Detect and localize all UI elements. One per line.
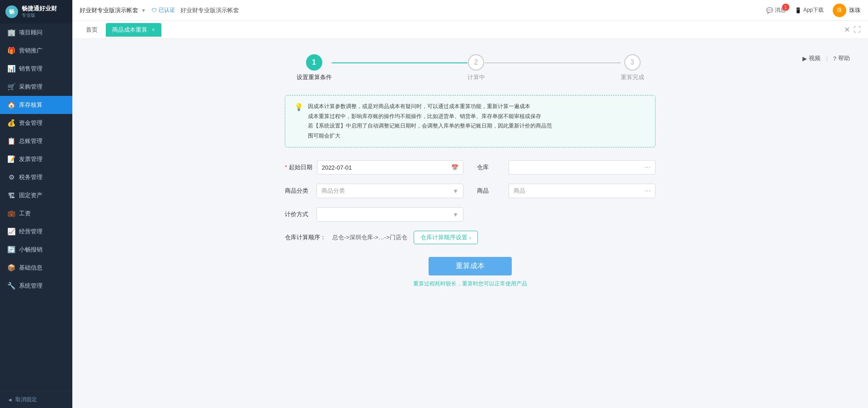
sidebar-item-basic[interactable]: 📦基础信息 (0, 259, 72, 277)
sidebar-item-operations[interactable]: 📈经营管理 (0, 223, 72, 241)
help-link[interactable]: ? 帮助 (833, 54, 850, 62)
sidebar-item-sales[interactable]: 📊销售管理 (0, 60, 72, 78)
inventory-icon: 🏠 (7, 101, 15, 109)
sidebar-item-purchase[interactable]: 🛒采购管理 (0, 78, 72, 96)
price-method-select[interactable]: ▼ (316, 207, 463, 222)
calc-order-label: 仓库计算顺序： (285, 233, 326, 242)
purchase-icon: 🛒 (7, 83, 15, 91)
salary-icon: 💼 (7, 209, 15, 218)
topbar-account[interactable]: 好业财专业版演示帐套 ▼ (80, 6, 146, 14)
video-link[interactable]: ▶ 视频 (802, 54, 821, 62)
system-icon: 🔧 (7, 282, 15, 290)
verified-label: 已认证 (159, 6, 175, 14)
project-icon: 🏢 (7, 28, 15, 37)
user-menu[interactable]: 珠 珠珠 (833, 4, 861, 17)
finance-icon: 💰 (7, 119, 15, 127)
category-placeholder: 商品分类 (321, 187, 345, 195)
goods-input[interactable]: 商品 ··· (509, 184, 656, 198)
sidebar-nav: 🏢项目顾问🎁营销推广📊销售管理🛒采购管理🏠库存核算💰资金管理📋总账管理📝发票管理… (0, 24, 72, 391)
tab-close-icon[interactable]: × (152, 27, 155, 33)
expand-icon[interactable]: ⛶ (854, 26, 861, 34)
step-3: 3 重算完成 (621, 54, 644, 81)
sidebar-item-system[interactable]: 🔧系统管理 (0, 277, 72, 295)
sidebar-item-invoice[interactable]: 📝发票管理 (0, 150, 72, 168)
form-row-3: 计价方式 ▼ (285, 207, 656, 222)
sidebar: 畅 畅捷通好业财 专业版 🏢项目顾问🎁营销推广📊销售管理🛒采购管理🏠库存核算💰资… (0, 0, 72, 408)
close-icon[interactable]: ✕ (844, 25, 850, 34)
sales-icon: 📊 (7, 65, 15, 73)
sidebar-footer[interactable]: ◄ 取消固定 (0, 391, 72, 408)
app-edition: 专业版 (22, 12, 57, 19)
sidebar-item-label: 小畅报销 (19, 246, 42, 254)
goods-label: 商品 (477, 187, 504, 195)
content: 1 设置重算条件 2 计算中 3 重算完成 ▶ 视频 | ? (72, 39, 868, 408)
sidebar-item-salary[interactable]: 💼工资 (0, 204, 72, 223)
field-category: 商品分类 商品分类 ▼ (285, 184, 463, 198)
sidebar-item-project[interactable]: 🏢项目顾问 (0, 24, 72, 42)
sidebar-item-marketing[interactable]: 🎁营销推广 (0, 42, 72, 60)
category-select[interactable]: 商品分类 ▼ (316, 184, 463, 198)
step-help: ▶ 视频 | ? 帮助 (802, 54, 850, 62)
sidebar-item-label: 库存核算 (19, 101, 42, 109)
step-line-2 (485, 62, 621, 63)
step-2-circle: 2 (468, 54, 484, 71)
sidebar-item-label: 发票管理 (19, 155, 42, 163)
account-name: 好业财专业版演示帐套 (80, 6, 138, 14)
goods-dots-icon: ··· (645, 187, 651, 195)
step-line-1 (332, 62, 467, 63)
sidebar-item-label: 总账管理 (19, 137, 42, 145)
message-button[interactable]: 💬 消息 1 (766, 6, 786, 14)
calc-order-settings-button[interactable]: 仓库计算顺序设置 › (414, 231, 478, 244)
app-name: 畅捷通好业财 (22, 5, 57, 12)
calendar-icon[interactable]: 📅 (451, 164, 458, 171)
sidebar-item-label: 项目顾问 (19, 28, 42, 37)
invoice-icon: 📝 (7, 155, 15, 163)
account-dropdown-arrow: ▼ (141, 8, 146, 13)
sidebar-item-label: 营销推广 (19, 47, 42, 55)
start-date-label: 起始日期 (285, 163, 312, 171)
username: 珠珠 (849, 6, 861, 14)
goods-placeholder: 商品 (514, 187, 525, 195)
field-goods: 商品 商品 ··· (477, 184, 656, 198)
category-arrow-icon: ▼ (453, 188, 458, 195)
tab-active-label: 商品成本重算 (112, 26, 147, 33)
recalc-wrap: 重算成本 重算过程耗时较长，重算时您可以正常使用产品 (285, 257, 656, 288)
recalc-note: 重算过程耗时较长，重算时您可以正常使用产品 (285, 280, 656, 288)
tax-icon: ⚙ (7, 173, 15, 181)
sidebar-item-expense[interactable]: 🔄小畅报销 (0, 241, 72, 259)
shield-icon: 🛡 (151, 7, 157, 14)
form-section: 起始日期 2022-07-01 📅 仓库 ··· 商品分类 (285, 160, 656, 288)
step-3-label: 重算完成 (621, 73, 644, 81)
category-label: 商品分类 (285, 187, 312, 195)
step-1-label: 设置重算条件 (297, 73, 332, 81)
app-download-label: App下载 (803, 6, 824, 14)
tab-cost-recalc[interactable]: 商品成本重算 × (106, 23, 161, 37)
start-date-input[interactable]: 2022-07-01 📅 (317, 160, 463, 175)
notice-text: 因成本计算参数调整，或是对商品成本有疑问时，可以通过成本重算功能，重新计算一遍成… (308, 102, 552, 141)
sidebar-item-accounting[interactable]: 📋总账管理 (0, 132, 72, 150)
avatar: 珠 (833, 4, 846, 17)
app-download-button[interactable]: 📱 App下载 (795, 6, 824, 14)
sidebar-item-label: 基础信息 (19, 264, 42, 272)
app-logo-icon: 畅 (5, 5, 18, 18)
field-price-method: 计价方式 ▼ (285, 207, 463, 222)
step-1: 1 设置重算条件 (297, 54, 332, 81)
unpin-icon: ◄ (7, 397, 13, 403)
sidebar-item-assets[interactable]: 🏗固定资产 (0, 186, 72, 204)
price-method-arrow-icon: ▼ (453, 211, 458, 218)
sidebar-item-tax[interactable]: ⚙税务管理 (0, 168, 72, 186)
sidebar-item-label: 固定资产 (19, 191, 42, 199)
tab-home[interactable]: 首页 (80, 23, 104, 37)
topbar: 好业财专业版演示帐套 ▼ 🛡 已认证 好业财专业版演示帐套 💬 消息 1 📱 A… (72, 0, 868, 21)
sidebar-item-finance[interactable]: 💰资金管理 (0, 114, 72, 132)
step-1-circle: 1 (306, 54, 322, 71)
phone-icon: 📱 (795, 7, 802, 14)
recalc-button[interactable]: 重算成本 (429, 257, 512, 275)
accounting-icon: 📋 (7, 137, 15, 145)
warehouse-dots-icon: ··· (645, 163, 651, 171)
form-row-2: 商品分类 商品分类 ▼ 商品 商品 ··· (285, 184, 656, 198)
warehouse-input[interactable]: ··· (509, 160, 656, 175)
main-area: 好业财专业版演示帐套 ▼ 🛡 已认证 好业财专业版演示帐套 💬 消息 1 📱 A… (72, 0, 868, 408)
sidebar-item-inventory[interactable]: 🏠库存核算 (0, 96, 72, 114)
sidebar-item-label: 系统管理 (19, 282, 42, 290)
